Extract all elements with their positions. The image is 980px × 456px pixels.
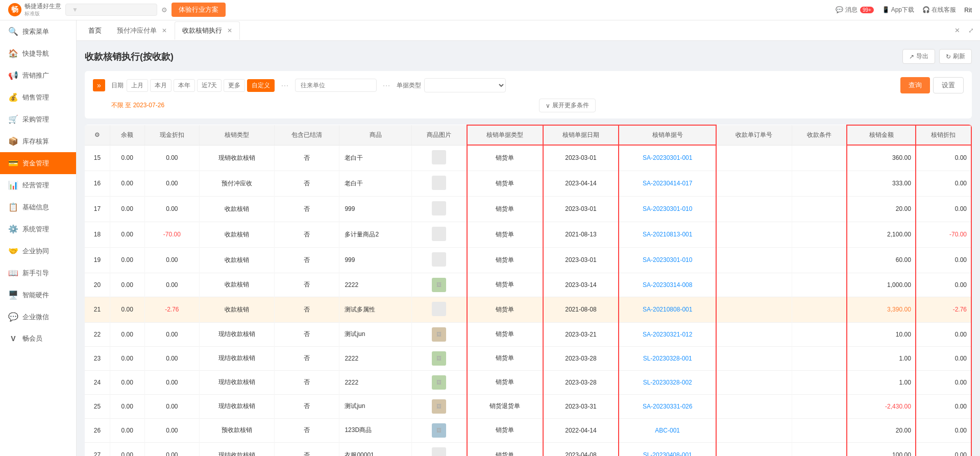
- td-billno[interactable]: SA-20230301-010: [619, 196, 716, 222]
- refresh-button[interactable]: ↻ 刷新: [939, 49, 972, 64]
- td-billdate: 2021-08-13: [543, 222, 619, 247]
- td-billno[interactable]: SA-20230301-001: [619, 145, 716, 171]
- export-button[interactable]: ↗ 导出: [902, 49, 935, 64]
- td-includeclosed: 否: [275, 442, 339, 456]
- sidebar-label-sales: 销售管理: [22, 93, 49, 102]
- date-btn-thismonth[interactable]: 本月: [150, 79, 172, 92]
- th-verifytype: 核销类型: [200, 125, 275, 145]
- sidebar-item-enterprise[interactable]: 🤝 企业协同: [0, 240, 76, 262]
- close-window-icon[interactable]: ✕: [952, 25, 962, 36]
- td-includeclosed: 否: [275, 222, 339, 247]
- td-discount: 0.00: [916, 370, 971, 394]
- td-billno[interactable]: SL-20230408-001: [619, 442, 716, 456]
- th-settings[interactable]: ⚙: [85, 125, 110, 145]
- td-billno[interactable]: SA-20230314-008: [619, 273, 716, 297]
- table-row: 16 0.00 0.00 预付冲应收 否 老白干 销货单 2023-04-14 …: [85, 171, 971, 196]
- td-includeclosed: 否: [275, 145, 339, 171]
- td-billdate: 2023-04-14: [543, 171, 619, 196]
- td-verifytype: 现结收款核销: [200, 442, 275, 456]
- td-billno[interactable]: SL-20230328-002: [619, 370, 716, 394]
- td-discount: 0.00: [916, 145, 971, 171]
- query-button[interactable]: 查询: [900, 77, 930, 93]
- td-verifytype: 现销收款核销: [200, 145, 275, 171]
- top-bar: 畅 畅捷通好生意 标准版 ▼ ⚙ 体验行业方案 💬 消息 99+ 📱 App下载…: [0, 0, 980, 20]
- td-billno[interactable]: SL-20230328-001: [619, 346, 716, 370]
- td-product: 999: [339, 196, 412, 222]
- td-verifytype: 预收款核销: [200, 418, 275, 442]
- tab-prepay-close[interactable]: ✕: [162, 27, 167, 34]
- settings-icon[interactable]: ⚙: [94, 131, 100, 138]
- brand: 畅 畅捷通好生意 标准版: [8, 3, 61, 17]
- message-area[interactable]: 💬 消息 99+: [836, 6, 874, 14]
- date-btn-more[interactable]: 更多: [224, 79, 245, 92]
- td-billno[interactable]: SA-20230414-017: [619, 171, 716, 196]
- sidebar-item-system[interactable]: ⚙️ 系统管理: [0, 218, 76, 240]
- td-receiptcond: [792, 346, 847, 370]
- td-billno[interactable]: SA-20210813-001: [619, 222, 716, 247]
- td-billtype: 销货单: [467, 222, 543, 247]
- td-receiptorder: [716, 273, 792, 297]
- td-billtype: 销货单: [467, 418, 543, 442]
- table-row: 26 0.00 0.00 预收款核销 否 123D商品 🖼 销货单 2022-0…: [85, 418, 971, 442]
- td-cashdiscount: 0.00: [144, 442, 199, 456]
- expand-more-button[interactable]: ∨ 展开更多条件: [539, 99, 596, 112]
- td-verifytype: 收款核销: [200, 297, 275, 322]
- td-receiptcond: [792, 322, 847, 346]
- td-balance: 0.00: [110, 394, 144, 418]
- sidebar-item-quicknav[interactable]: 🏠 快捷导航: [0, 42, 76, 64]
- table-row: 22 0.00 0.00 现结收款核销 否 测试jun 🖼 销货单 2023-0…: [85, 322, 971, 346]
- sidebar-item-finance[interactable]: 💳 资金管理: [0, 152, 76, 174]
- td-billtype: 销货单: [467, 145, 543, 171]
- sidebar-item-basic[interactable]: 📋 基础信息: [0, 196, 76, 218]
- online-service[interactable]: 🎧 在线客服: [922, 6, 956, 14]
- sidebar-item-sales[interactable]: 💰 销售管理: [0, 86, 76, 108]
- td-verifytype: 现结收款核销: [200, 394, 275, 418]
- td-productimg: 🖼: [412, 273, 467, 297]
- table-row: 17 0.00 0.00 收款核销 否 999 销货单 2023-03-01 S…: [85, 196, 971, 222]
- sidebar-item-business[interactable]: 📊 经营管理: [0, 174, 76, 196]
- maximize-icon[interactable]: ⤢: [966, 25, 976, 36]
- table-row: 27 0.00 0.00 现结收款核销 否 衣服00001 销货单 2023-0…: [85, 442, 971, 456]
- header-actions: ↗ 导出 ↻ 刷新: [902, 49, 972, 64]
- td-id: 16: [85, 171, 110, 196]
- app-download[interactable]: 📱 App下载: [882, 6, 914, 14]
- date-btn-custom[interactable]: 自定义: [247, 79, 275, 92]
- td-includeclosed: 否: [275, 297, 339, 322]
- sidebar-item-guide[interactable]: 📖 新手引导: [0, 262, 76, 284]
- td-billno[interactable]: SA-20230331-026: [619, 394, 716, 418]
- sidebar-item-inventory[interactable]: 📦 库存核算: [0, 130, 76, 152]
- sidebar-label-business: 经营管理: [22, 181, 49, 190]
- date-btn-thisyear[interactable]: 本年: [174, 79, 195, 92]
- expand-arrow[interactable]: »: [93, 79, 105, 91]
- home-icon: 🏠: [8, 49, 18, 58]
- tab-home[interactable]: 首页: [81, 21, 109, 40]
- date-btn-7days[interactable]: 近7天: [197, 79, 222, 92]
- tab-collection-close[interactable]: ✕: [227, 27, 232, 34]
- td-product: 999: [339, 247, 412, 273]
- td-billno[interactable]: ABC-001: [619, 418, 716, 442]
- sidebar-label-marketing: 营销推广: [22, 71, 49, 80]
- gear-icon[interactable]: ⚙: [161, 6, 167, 14]
- td-billno[interactable]: SA-20230321-012: [619, 322, 716, 346]
- td-discount: 0.00: [916, 247, 971, 273]
- td-receiptorder: [716, 196, 792, 222]
- sidebar-item-marketing[interactable]: 📢 营销推广: [0, 64, 76, 86]
- sidebar-item-wechat[interactable]: 💬 企业微信: [0, 306, 76, 328]
- date-btn-lastmonth[interactable]: 上月: [127, 79, 148, 92]
- td-includeclosed: 否: [275, 418, 339, 442]
- solution-button[interactable]: 体验行业方案: [172, 3, 226, 17]
- td-billno[interactable]: SA-20230301-010: [619, 247, 716, 273]
- sidebar-item-purchase[interactable]: 🛒 采购管理: [0, 108, 76, 130]
- sidebar-item-hardware[interactable]: 🖥️ 智能硬件: [0, 284, 76, 306]
- tab-collection[interactable]: 收款核销执行 ✕: [175, 21, 240, 40]
- setting-button[interactable]: 设置: [933, 77, 964, 93]
- td-billno[interactable]: SA-20210808-001: [619, 297, 716, 322]
- sidebar-item-search[interactable]: 🔍 搜索菜单: [0, 20, 76, 42]
- sidebar-item-member[interactable]: V 畅会员: [0, 328, 76, 349]
- date-options: 上月 本月 本年 近7天 更多 自定义: [127, 79, 275, 92]
- handshake-icon: 🤝: [8, 246, 18, 256]
- billtype-select[interactable]: 销货单 销货退货单: [424, 78, 506, 92]
- user-name[interactable]: Rit: [964, 7, 972, 14]
- tab-prepay[interactable]: 预付冲应付单 ✕: [109, 21, 175, 40]
- partner-input[interactable]: [295, 79, 377, 92]
